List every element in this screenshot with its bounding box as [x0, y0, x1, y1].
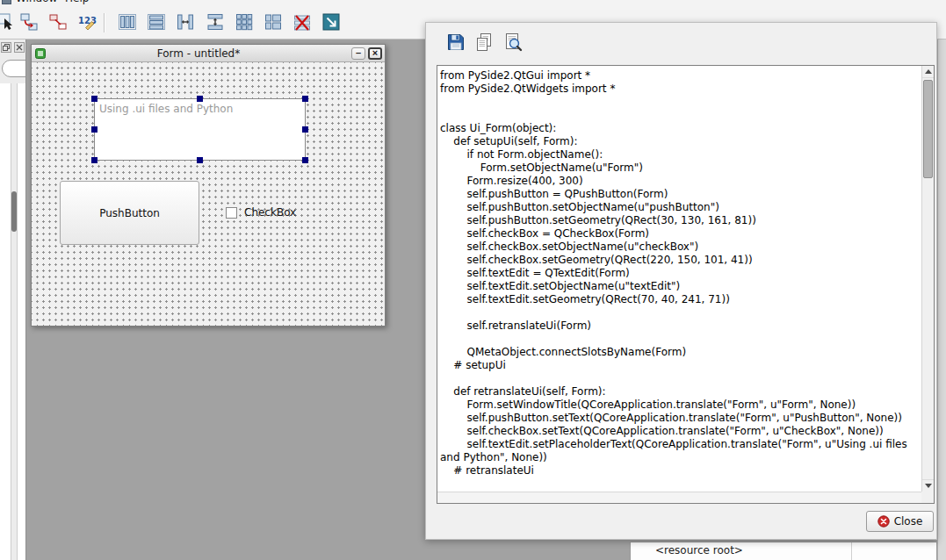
edit-buddies-tool-icon[interactable]	[47, 11, 69, 33]
right-dock-edge	[937, 0, 946, 560]
adjust-size-icon[interactable]	[320, 11, 343, 33]
scrollbar-thumb[interactable]	[923, 80, 933, 178]
layout-horizontal-icon[interactable]	[116, 11, 139, 33]
selection-handle[interactable]	[91, 96, 97, 102]
selection-handle[interactable]	[302, 157, 308, 163]
selection-handle[interactable]	[302, 96, 308, 102]
selection-handle[interactable]	[91, 157, 97, 163]
widget-box-scrollbar-thumb[interactable]	[11, 191, 17, 232]
form-window-title: Form - untitled*	[46, 47, 351, 60]
code-view[interactable]: from PySide2.QtGui import * from PySide2…	[437, 65, 935, 504]
scroll-up-icon[interactable]	[922, 66, 934, 78]
menu-window[interactable]: Window	[16, 0, 57, 4]
form-editor-window: Form - untitled* – × Using .ui files and…	[31, 44, 386, 327]
form-titlebar[interactable]: Form - untitled* – ×	[32, 45, 385, 62]
checkbox-widget[interactable]: CheckBox	[226, 206, 296, 219]
close-circle-icon	[877, 515, 890, 528]
minimize-button[interactable]: –	[351, 47, 365, 60]
copy-icon[interactable]	[472, 30, 496, 54]
toolbar-separator	[104, 13, 105, 32]
edit-widgets-tool-icon[interactable]	[0, 11, 18, 33]
form-canvas[interactable]: Using .ui files and Python PushButton Ch…	[32, 62, 385, 326]
dock-float-icon[interactable]	[1, 42, 11, 53]
code-text[interactable]: from PySide2.QtGui import * from PySide2…	[437, 66, 921, 492]
textedit-widget[interactable]: Using .ui files and Python	[94, 98, 306, 161]
selection-handle[interactable]	[197, 157, 203, 163]
layout-splitter-vertical-icon[interactable]	[204, 11, 227, 33]
layout-form-icon[interactable]	[262, 11, 285, 33]
layout-grid-icon[interactable]	[233, 11, 256, 33]
dock-header	[1, 42, 25, 53]
widget-box-panel	[0, 39, 26, 560]
widget-filter-input[interactable]	[2, 60, 26, 77]
layout-vertical-icon[interactable]	[145, 11, 168, 33]
selection-handle[interactable]	[302, 126, 308, 133]
edit-tab-order-tool-icon[interactable]: 123	[76, 11, 98, 33]
scrollbar-corner	[921, 492, 934, 503]
menu-help[interactable]: Help	[65, 0, 89, 4]
selection-handle[interactable]	[197, 96, 203, 102]
dialog-close-button[interactable]: Close	[866, 511, 934, 532]
textedit-placeholder: Using .ui files and Python	[99, 103, 233, 115]
checkbox-label: CheckBox	[244, 206, 296, 219]
close-button-label: Close	[894, 515, 923, 528]
code-vertical-scrollbar[interactable]	[921, 66, 934, 492]
dock-close-icon[interactable]	[14, 42, 25, 53]
selection-handle[interactable]	[91, 126, 97, 133]
qt-designer-app: Window Help	[0, 0, 946, 560]
form-window-icon	[35, 48, 46, 59]
widget-box-list[interactable]	[0, 83, 26, 560]
widget-box-scrollbar[interactable]	[11, 83, 18, 560]
edit-signals-slots-tool-icon[interactable]	[18, 11, 40, 33]
checkbox-box[interactable]	[226, 207, 237, 219]
resource-browser-panel: <resource root>	[630, 542, 937, 560]
layout-splitter-horizontal-icon[interactable]	[174, 11, 197, 33]
scroll-down-icon[interactable]	[922, 479, 934, 492]
save-icon[interactable]	[444, 30, 468, 54]
resource-column-divider	[851, 542, 852, 560]
pushbutton-widget[interactable]: PushButton	[60, 181, 199, 245]
close-button[interactable]: ×	[368, 47, 382, 60]
view-code-dialog: from PySide2.QtGui import * from PySide2…	[425, 22, 937, 540]
code-horizontal-scrollbar[interactable]	[437, 492, 921, 503]
app-icon	[2, 0, 11, 4]
resource-root-item[interactable]: <resource root>	[655, 542, 743, 559]
find-icon[interactable]	[501, 30, 525, 54]
break-layout-icon[interactable]	[291, 11, 314, 33]
